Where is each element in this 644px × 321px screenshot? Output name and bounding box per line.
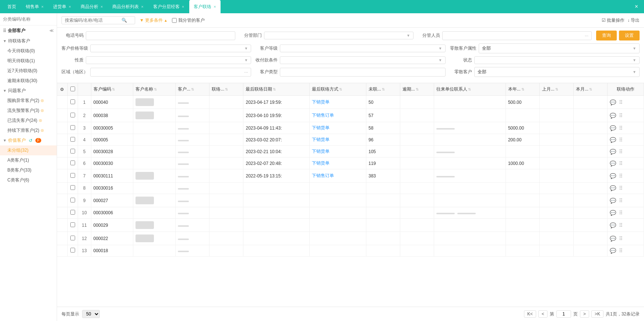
grid-action-icon-5[interactable]: ⠿ — [619, 160, 623, 166]
grid-action-icon-1[interactable]: ⠿ — [619, 113, 623, 119]
row-checkbox-2[interactable] — [70, 125, 75, 130]
th-this-year[interactable]: 本年...⇅ — [506, 83, 539, 96]
grid-action-icon-10[interactable]: ⠿ — [619, 222, 623, 228]
sidebar-group-pending[interactable]: ▼ 待联络客户 — [0, 36, 57, 46]
settings-icon[interactable]: ⚙ — [60, 87, 64, 92]
filter-manager-select[interactable]: ··· — [442, 31, 592, 40]
row-checkbox-3[interactable] — [70, 137, 75, 142]
filter-search-input[interactable] — [65, 18, 120, 23]
nav-customer-contact[interactable]: 客户联络 × — [189, 0, 220, 13]
row-checkbox-6[interactable] — [70, 173, 75, 178]
th-unit-contact[interactable]: 往来单位联系人⇅ — [434, 83, 506, 96]
nav-sales-close-icon[interactable]: × — [41, 4, 43, 9]
filter-region-select[interactable]: ··· — [90, 68, 251, 77]
row-checkbox-8[interactable] — [70, 198, 75, 202]
current-page-input[interactable] — [556, 310, 571, 318]
grid-action-icon-12[interactable]: ⠿ — [619, 248, 623, 254]
contact-method-link[interactable]: 下销货单 — [312, 125, 330, 130]
chat-icon-9[interactable]: 💬 — [610, 210, 616, 216]
sidebar-all-customers[interactable]: ⠿ 全部客户 ≪ — [0, 25, 57, 36]
th-this-month[interactable]: 本月...⇅ — [574, 83, 608, 96]
filter-scatter-attr-select[interactable]: 全部 ▼ — [479, 43, 640, 53]
row-checkbox-9[interactable] — [70, 210, 75, 215]
grid-action-icon-4[interactable]: ⠿ — [619, 149, 623, 155]
nav-product-analysis-close-icon[interactable]: × — [101, 4, 103, 9]
filter-payment-select[interactable]: ▼ — [280, 56, 445, 64]
row-checkbox-10[interactable] — [70, 222, 75, 227]
grid-action-icon-8[interactable]: ⠿ — [619, 198, 623, 204]
filter-nature-select[interactable]: ▼ — [86, 56, 251, 64]
th-contact[interactable]: 联络...⇅ — [210, 83, 243, 96]
chat-icon-0[interactable]: 💬 — [610, 99, 616, 105]
nav-sales[interactable]: 销售单 × — [21, 0, 48, 13]
row-checkbox-4[interactable] — [70, 149, 75, 154]
grid-action-icon-11[interactable]: ⠿ — [619, 236, 623, 241]
last-page-button[interactable]: >K — [591, 310, 603, 318]
nav-customer-segment[interactable]: 客户分层经客 × — [149, 0, 189, 13]
filter-scatter-customer-select[interactable]: 全部 ▼ — [474, 67, 640, 77]
prev-page-button[interactable]: < — [538, 310, 548, 318]
sidebar-item-abnormal-hoard[interactable]: 囤购异常客户(2) ⊙ — [0, 96, 57, 106]
nav-customer-segment-close-icon[interactable]: × — [182, 4, 184, 9]
sidebar-item-churned[interactable]: 已流失客户(24) ⊙ — [0, 116, 57, 126]
contact-method-link[interactable]: 下销货单 — [312, 160, 330, 166]
nav-product-analysis-list-close-icon[interactable]: × — [141, 4, 143, 9]
nav-product-analysis-list[interactable]: 商品分析列表 × — [108, 0, 148, 13]
sidebar-search-input[interactable] — [3, 17, 57, 22]
next-page-button[interactable]: > — [580, 310, 589, 318]
filter-customer-type-input[interactable] — [280, 68, 445, 77]
grid-action-icon-0[interactable]: ⠿ — [619, 99, 623, 105]
more-conditions-button[interactable]: ▼ 更多条件 ▲ — [140, 17, 168, 24]
th-settings[interactable]: ⚙ — [57, 83, 67, 96]
my-customers-checkbox[interactable] — [172, 18, 177, 23]
sidebar-item-overdue-pending[interactable]: 逾期未联络(30) — [0, 76, 57, 86]
contact-method-link[interactable]: 下销货单 — [312, 99, 330, 105]
grid-action-icon-2[interactable]: ⠿ — [619, 125, 623, 131]
contact-method-link[interactable]: 下销货单 — [312, 137, 330, 142]
row-checkbox-11[interactable] — [70, 236, 75, 240]
th-no-contact[interactable]: 未联...⇅ — [366, 83, 400, 96]
nav-customer-contact-close-icon[interactable]: × — [214, 4, 216, 9]
row-checkbox-12[interactable] — [70, 248, 75, 253]
th-name[interactable]: 客户名称⇅ — [133, 83, 176, 96]
contact-method-link[interactable]: 下销货单 — [312, 149, 330, 154]
row-checkbox-7[interactable] — [70, 185, 75, 190]
first-page-button[interactable]: K< — [524, 310, 536, 318]
export-button[interactable]: ↓ 导出 — [627, 17, 640, 24]
grid-action-icon-9[interactable]: ⠿ — [619, 210, 623, 216]
chat-icon-5[interactable]: 💬 — [610, 160, 616, 166]
filter-phone-input[interactable] — [86, 31, 235, 40]
contact-method-link[interactable]: 下销售订单 — [312, 113, 334, 118]
grid-action-icon-3[interactable]: ⠿ — [619, 137, 623, 143]
nav-purchase[interactable]: 进货单 × — [49, 0, 75, 13]
row-checkbox-0[interactable] — [70, 99, 75, 104]
sidebar-item-week-pending[interactable]: 近7天待联络(0) — [0, 66, 57, 76]
reset-button[interactable]: 设置 — [619, 31, 640, 40]
select-all-checkbox[interactable] — [70, 87, 75, 91]
row-checkbox-1[interactable] — [70, 113, 75, 117]
th-category[interactable]: 客户...⇅ — [176, 83, 210, 96]
sidebar-item-b-class[interactable]: B类客户(33) — [0, 165, 57, 175]
th-last-contact-date[interactable]: 最后联络日期⇅ — [243, 83, 310, 96]
th-code[interactable]: 客户编码⇅ — [91, 83, 133, 96]
chat-icon-12[interactable]: 💬 — [610, 248, 616, 254]
value-refresh-icon[interactable]: ↺ — [29, 138, 32, 143]
nav-product-analysis[interactable]: 商品分析 × — [76, 0, 107, 13]
sidebar-item-a-class[interactable]: A类客户(1) — [0, 155, 57, 165]
filter-price-level-select[interactable]: ▼ — [90, 45, 251, 52]
sidebar-item-tomorrow-pending[interactable]: 明天待联络(1) — [0, 56, 57, 66]
th-last-contact-method[interactable]: 最后联络方式⇅ — [310, 83, 366, 96]
grid-action-icon-7[interactable]: ⠿ — [619, 185, 623, 191]
page-size-select[interactable]: 50 — [82, 310, 100, 318]
nav-purchase-close-icon[interactable]: × — [68, 4, 71, 9]
contact-method-link[interactable]: 下销售订单 — [312, 173, 334, 178]
chat-icon-3[interactable]: 💬 — [610, 137, 616, 143]
sidebar-item-declining[interactable]: 持续下滑客户(2) ⊙ — [0, 126, 57, 135]
th-last-month[interactable]: 上月...⇅ — [539, 83, 573, 96]
sidebar-item-today-pending[interactable]: 今天待联络(0) — [0, 46, 57, 56]
chat-icon-4[interactable]: 💬 — [610, 149, 616, 155]
chat-icon-10[interactable]: 💬 — [610, 222, 616, 228]
batch-operation-button[interactable]: ☑ 批量操作 — [602, 17, 624, 24]
sidebar-group-value[interactable]: ▼ 价值客户 ↺ F — [0, 135, 57, 145]
chat-icon-2[interactable]: 💬 — [610, 125, 616, 131]
